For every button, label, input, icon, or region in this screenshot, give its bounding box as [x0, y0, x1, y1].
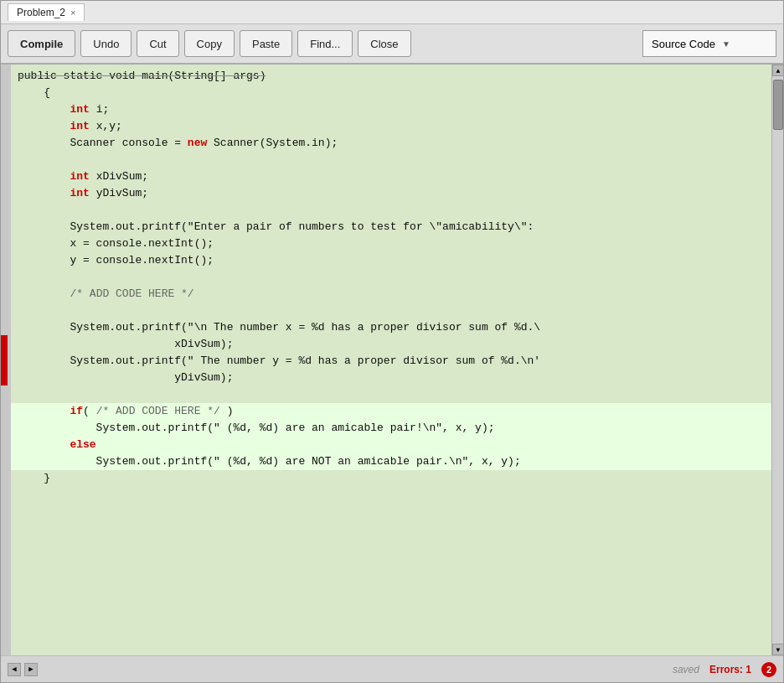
code-line — [11, 152, 771, 168]
error-count-badge: 2 — [761, 662, 776, 677]
code-line: System.out.printf("Enter a pair of numbe… — [11, 219, 771, 235]
saved-status: saved — [673, 664, 699, 675]
code-line: if( /* ADD CODE HERE */ ) — [11, 403, 771, 420]
code-line: int i; — [11, 101, 771, 118]
left-margin — [1, 65, 11, 655]
status-bar: ◀ ▶ saved Errors: 1 2 — [1, 655, 783, 682]
cut-button[interactable]: Cut — [137, 30, 178, 57]
code-editor[interactable]: public static void main(String[] args) {… — [11, 65, 771, 655]
source-code-dropdown[interactable]: Source Code ▼ — [642, 30, 776, 57]
nav-arrows: ◀ ▶ — [8, 663, 38, 676]
source-code-label: Source Code — [652, 38, 715, 50]
code-line: yDivSum); — [11, 370, 771, 386]
code-line — [11, 386, 771, 403]
paste-button[interactable]: Paste — [240, 30, 292, 57]
code-line: public static void main(String[] args) — [11, 68, 771, 85]
nav-right-arrow[interactable]: ▶ — [24, 663, 38, 676]
nav-left-arrow[interactable]: ◀ — [8, 663, 21, 676]
tab-close-button[interactable]: × — [70, 8, 75, 18]
tab-title: Problem_2 — [17, 7, 65, 18]
find-button[interactable]: Find... — [297, 30, 353, 57]
close-button[interactable]: Close — [358, 30, 410, 57]
copy-button[interactable]: Copy — [184, 30, 235, 57]
compile-button[interactable]: Compile — [8, 30, 75, 57]
title-tab[interactable]: Problem_2 × — [8, 3, 85, 21]
code-line — [11, 303, 771, 319]
code-line: System.out.printf("\n The number x = %d … — [11, 319, 771, 336]
code-line: int yDivSum; — [11, 185, 771, 202]
error-indicator — [1, 335, 8, 385]
scroll-down-arrow[interactable]: ▼ — [772, 644, 783, 655]
code-line — [11, 202, 771, 219]
code-line: { — [11, 85, 771, 101]
code-line: System.out.printf(" (%d, %d) are an amic… — [11, 420, 771, 437]
code-line: int xDivSum; — [11, 168, 771, 185]
code-line: x = console.nextInt(); — [11, 235, 771, 252]
code-line: int x,y; — [11, 118, 771, 135]
main-window: Problem_2 × Compile Undo Cut Copy Paste … — [0, 0, 784, 683]
code-scroll-area[interactable]: public static void main(String[] args) {… — [11, 65, 771, 655]
scroll-up-arrow[interactable]: ▲ — [772, 65, 783, 76]
code-line: y = console.nextInt(); — [11, 252, 771, 269]
code-line: System.out.printf(" The number y = %d ha… — [11, 353, 771, 370]
code-line: /* ADD CODE HERE */ — [11, 286, 771, 303]
status-info: saved Errors: 1 2 — [673, 662, 776, 677]
code-line: xDivSum); — [11, 336, 771, 353]
code-line — [11, 269, 771, 286]
errors-label: Errors: 1 — [709, 664, 751, 675]
code-line: System.out.printf(" (%d, %d) are NOT an … — [11, 453, 771, 470]
scroll-thumb[interactable] — [773, 80, 783, 130]
code-content: public static void main(String[] args) {… — [11, 65, 771, 655]
code-line: Scanner console = new Scanner(System.in)… — [11, 135, 771, 152]
title-bar: Problem_2 × — [1, 1, 783, 24]
undo-button[interactable]: Undo — [80, 30, 132, 57]
dropdown-arrow-icon: ▼ — [722, 39, 730, 49]
toolbar: Compile Undo Cut Copy Paste Find... Clos… — [1, 24, 783, 65]
code-line: } — [11, 470, 771, 487]
code-line: else — [11, 437, 771, 453]
vertical-scrollbar[interactable]: ▲ ▼ — [771, 65, 783, 655]
editor-area: public static void main(String[] args) {… — [1, 65, 783, 655]
